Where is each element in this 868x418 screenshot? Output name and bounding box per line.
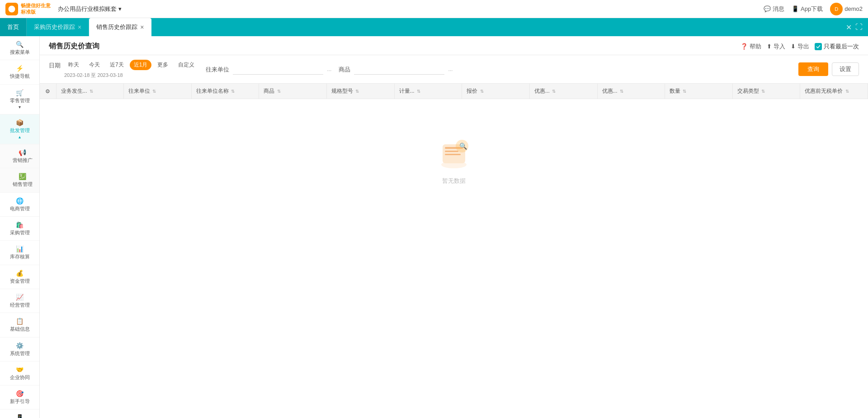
import-button[interactable]: ⬆ 导入 <box>767 43 785 51</box>
close-all-tabs-button[interactable]: ✕ <box>846 23 852 32</box>
sidebar-item-wholesale[interactable]: 📦 批发管理 ▴ <box>0 114 39 144</box>
partner-filter-group: 往来单位 ... <box>206 64 331 75</box>
top-bar-left: 畅捷信好生意 标准版 办公用品行业模拟账套 ▾ <box>5 3 125 15</box>
table-col-quoted-price[interactable]: 报价 ⇅ <box>462 84 530 99</box>
table-col-biz-date[interactable]: 业务发生... ⇅ <box>56 84 124 99</box>
date-filter-group: 日期 昨天 今天 近7天 近1月 更多 自定义 2023-02-18 至 202… <box>49 60 198 79</box>
sidebar-item-inventory[interactable]: 📊 库存核算 <box>0 241 39 265</box>
sidebar-item-marketing[interactable]: 📢 营销推广 <box>0 144 39 168</box>
app-center-icon: 📱 <box>16 414 24 418</box>
svg-point-0 <box>9 5 15 12</box>
import-icon: ⬆ <box>767 43 772 50</box>
sidebar-item-shortcut[interactable]: ⚡ 快捷导航 <box>0 60 39 84</box>
date-btn-1month[interactable]: 近1月 <box>130 60 152 70</box>
data-table: ⚙ 业务发生... ⇅ 往来单位 ⇅ 往来单位名称 ⇅ <box>40 84 868 99</box>
app-download-button[interactable]: 📱 App下载 <box>792 5 823 13</box>
table-col-discount1[interactable]: 优惠... ⇅ <box>529 84 597 99</box>
query-button[interactable]: 查询 <box>798 62 828 76</box>
table-col-trade-type[interactable]: 交易类型 ⇅ <box>732 84 800 99</box>
sort-icon: ⇅ <box>761 89 765 94</box>
sort-icon: ⇅ <box>277 89 281 94</box>
sort-icon: ⇅ <box>231 89 235 94</box>
svg-text:🔍: 🔍 <box>459 142 467 150</box>
finance-icon: 💰 <box>16 270 24 277</box>
date-options: 昨天 今天 近7天 近1月 更多 自定义 2023-02-18 至 2023-0… <box>64 60 198 79</box>
logo-area: 畅捷信好生意 标准版 <box>5 3 51 15</box>
svg-rect-4 <box>445 151 458 152</box>
partner-dots-button[interactable]: ... <box>327 66 331 72</box>
top-bar-right: 💬 消息 📱 App下载 D demo2 <box>764 3 863 15</box>
date-btn-today[interactable]: 今天 <box>85 60 104 70</box>
top-bar: 畅捷信好生意 标准版 办公用品行业模拟账套 ▾ 💬 消息 📱 App下载 D d… <box>0 0 868 18</box>
wholesale-icon: 📦 <box>16 119 24 126</box>
page-title: 销售历史价查询 <box>49 42 99 51</box>
sort-icon: ⇅ <box>845 89 849 94</box>
sidebar-item-sales-mgmt[interactable]: 💹 销售管理 <box>0 168 39 192</box>
search-icon: 🔍 <box>16 41 24 48</box>
table-col-discount2[interactable]: 优惠... ⇅ <box>597 84 665 99</box>
sort-icon: ⇅ <box>620 89 623 94</box>
chevron-down-icon: ▾ <box>19 104 21 109</box>
page-header: 销售历史价查询 ❓ 帮助 ⬆ 导入 ⬇ 导出 只看 <box>40 36 868 55</box>
sort-icon: ⇅ <box>90 89 93 94</box>
table-col-unit[interactable]: 计量... ⇅ <box>394 84 462 99</box>
setting-button[interactable]: 设置 <box>832 62 859 76</box>
tab-home[interactable]: 首页 <box>0 18 27 36</box>
sidebar-item-guide[interactable]: 🎯 新手引导 <box>0 385 39 409</box>
table-col-pre-tax-price[interactable]: 优惠前无税单价 ⇅ <box>800 84 868 99</box>
table-header-row: ⚙ 业务发生... ⇅ 往来单位 ⇅ 往来单位名称 ⇅ <box>40 84 868 99</box>
sort-icon: ⇅ <box>417 89 420 94</box>
logo-icon <box>5 3 18 15</box>
export-button[interactable]: ⬇ 导出 <box>791 43 809 51</box>
table-col-quantity[interactable]: 数量 ⇅ <box>665 84 733 99</box>
product-input[interactable] <box>354 64 444 75</box>
message-button[interactable]: 💬 消息 <box>764 5 784 13</box>
content-area: 销售历史价查询 ❓ 帮助 ⬆ 导入 ⬇ 导出 只看 <box>40 36 868 418</box>
svg-rect-5 <box>445 154 461 155</box>
empty-illustration: 🔍 <box>436 135 472 171</box>
sidebar-item-retail[interactable]: 🛒 零售管理 ▾ <box>0 85 39 114</box>
maximize-button[interactable]: ⛶ <box>855 23 863 31</box>
user-menu[interactable]: D demo2 <box>830 3 863 15</box>
sidebar-item-ecommerce[interactable]: 🌐 电商管理 <box>0 193 39 217</box>
product-dots-button[interactable]: ... <box>448 66 453 72</box>
sidebar-item-operations[interactable]: 📈 经营管理 <box>0 289 39 313</box>
sidebar-item-finance[interactable]: 💰 资金管理 <box>0 265 39 289</box>
sidebar-item-basic-info[interactable]: 📋 基础信息 <box>0 313 39 337</box>
date-btn-row: 昨天 今天 近7天 近1月 更多 自定义 <box>64 60 198 70</box>
close-purchase-tab-button[interactable]: × <box>78 24 81 30</box>
table-col-settings[interactable]: ⚙ <box>40 84 56 99</box>
date-btn-7days[interactable]: 近7天 <box>106 60 128 70</box>
tab-purchase-history[interactable]: 采购历史价跟踪 × <box>27 18 89 36</box>
sidebar-item-enterprise-collab[interactable]: 🤝 企业协同 <box>0 361 39 385</box>
basic-info-icon: 📋 <box>16 318 24 325</box>
date-btn-yesterday[interactable]: 昨天 <box>64 60 83 70</box>
table-col-partner-code[interactable]: 往来单位 ⇅ <box>124 84 192 99</box>
ecommerce-icon: 🌐 <box>16 197 24 204</box>
table-col-spec[interactable]: 规格型号 ⇅ <box>327 84 395 99</box>
date-btn-custom[interactable]: 自定义 <box>174 60 198 70</box>
guide-icon: 🎯 <box>16 390 24 397</box>
sort-icon: ⇅ <box>152 89 156 94</box>
table-col-partner-name[interactable]: 往来单位名称 ⇅ <box>191 84 259 99</box>
date-btn-more[interactable]: 更多 <box>153 60 172 70</box>
close-sales-tab-button[interactable]: × <box>140 24 144 30</box>
only-last-checkbox-label[interactable]: 只看最后一次 <box>815 43 859 51</box>
sidebar-item-app-center[interactable]: 📱 应用中心 <box>0 409 39 418</box>
main-layout: 🔍 搜索菜单 ⚡ 快捷导航 🛒 零售管理 ▾ 📦 批发管理 ▴ 📢 营销推广 💹… <box>0 36 868 418</box>
sidebar-item-purchase[interactable]: 🛍️ 采购管理 <box>0 217 39 241</box>
help-button[interactable]: ❓ 帮助 <box>741 43 761 51</box>
tab-sales-history[interactable]: 销售历史价跟踪 × <box>89 18 151 36</box>
date-filter-label: 日期 <box>49 60 61 70</box>
page-header-actions: ❓ 帮助 ⬆ 导入 ⬇ 导出 只看最后一次 <box>741 43 859 51</box>
app-selector[interactable]: 办公用品行业模拟账套 ▾ <box>54 3 125 15</box>
sidebar-item-system[interactable]: ⚙️ 系统管理 <box>0 337 39 361</box>
partner-input[interactable] <box>233 64 323 75</box>
tab-bar: 首页 采购历史价跟踪 × 销售历史价跟踪 × ✕ ⛶ <box>0 18 868 36</box>
table-col-product[interactable]: 商品 ⇅ <box>259 84 327 99</box>
export-icon: ⬇ <box>791 43 796 50</box>
only-last-checkbox[interactable] <box>815 43 822 50</box>
sidebar-item-search[interactable]: 🔍 搜索菜单 <box>0 36 39 60</box>
empty-state: 🔍 暂无数据 <box>40 99 868 221</box>
sort-icon: ⇅ <box>552 89 556 94</box>
